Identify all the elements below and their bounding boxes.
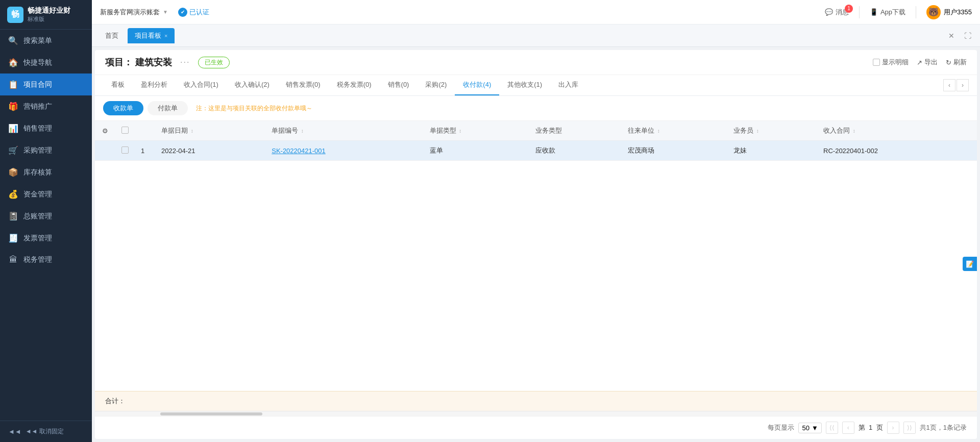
refresh-button[interactable]: ↻ 刷新	[946, 58, 967, 67]
logo-icon: 畅	[7, 7, 23, 23]
sidebar-item-quicknav[interactable]: 🏠 快捷导航	[0, 52, 92, 73]
sidebar-unpin[interactable]: ◄◄ ◄◄ 取消固定	[0, 421, 92, 442]
next-page-button[interactable]: ›	[887, 422, 899, 434]
th-code[interactable]: 单据编号 ↕	[265, 121, 423, 141]
project-icon: 📋	[8, 80, 18, 89]
app-label: App下载	[880, 8, 905, 17]
nav-tab-income-contract[interactable]: 收入合同(1)	[176, 75, 227, 95]
th-partner[interactable]: 往来单位 ↕	[622, 121, 727, 141]
home-tab-label: 首页	[105, 32, 118, 39]
page-total-info: 共1页，1条记录	[920, 423, 967, 432]
phone-icon: 📱	[870, 8, 878, 16]
show-detail-checkbox[interactable]: 显示明细	[873, 58, 909, 67]
first-page-button[interactable]: ⟨⟨	[826, 422, 838, 434]
refresh-icon: ↻	[946, 59, 951, 66]
sidebar-item-finance[interactable]: 💰 资金管理	[0, 183, 92, 205]
invoice-icon: 🧾	[8, 233, 18, 243]
sub-tab-note: 注：这里是与项目关联的全部收付款单哦～	[196, 104, 312, 113]
td-salesman: 龙妹	[727, 141, 817, 161]
page-size-select[interactable]: 50 ▼	[798, 423, 821, 433]
tax-icon: 🏛	[8, 255, 18, 264]
td-biz-type: 应收款	[529, 141, 622, 161]
project-prefix: 项目：	[105, 57, 133, 67]
message-button[interactable]: 💬 消息 1	[825, 8, 849, 17]
nav-tab-other-income[interactable]: 其他收支(1)	[499, 75, 550, 95]
nav-prev-button[interactable]: ‹	[943, 79, 955, 91]
project-more-button[interactable]: ···	[180, 58, 190, 67]
th-settings[interactable]: ⚙	[95, 121, 115, 141]
td-code[interactable]: SK-20220421-001	[265, 141, 423, 161]
sidebar-label-marketing: 营销推广	[23, 102, 52, 111]
prev-page-button[interactable]: ‹	[842, 422, 854, 434]
last-page-button[interactable]: ⟩⟩	[903, 422, 916, 434]
account-selector[interactable]: 新服务官网演示账套 ▼	[100, 8, 168, 17]
sidebar-label-project: 项目合同	[23, 80, 52, 89]
sidebar-item-ledger[interactable]: 📓 总账管理	[0, 205, 92, 227]
logo-sub: 标准版	[28, 15, 70, 23]
tab-home[interactable]: 首页	[98, 28, 126, 43]
user-avatar: 🐻	[926, 5, 941, 19]
account-name: 新服务官网演示账套	[100, 8, 160, 17]
th-checkbox[interactable]	[115, 121, 135, 141]
user-profile[interactable]: 🐻 用户3355	[926, 5, 972, 19]
record-link[interactable]: SK-20220421-001	[272, 147, 326, 155]
export-icon: ↗	[917, 59, 922, 66]
home-icon: 🏠	[8, 58, 18, 67]
nav-next-button[interactable]: ›	[957, 79, 969, 91]
user-label: 用户3355	[944, 8, 972, 17]
close-window-button[interactable]: ✕	[945, 30, 958, 42]
th-no	[135, 121, 155, 141]
sidebar-item-project[interactable]: 📋 项目合同	[0, 73, 92, 95]
row-checkbox[interactable]	[121, 146, 129, 154]
sidebar-item-invoice[interactable]: 🧾 发票管理	[0, 227, 92, 249]
table-row[interactable]: 1 2022-04-21 SK-20220421-001 蓝单 应收款	[95, 141, 977, 161]
settings-icon: ⚙	[102, 127, 108, 135]
sidebar-item-purchase[interactable]: 🛒 采购管理	[0, 139, 92, 161]
sub-tab-payment[interactable]: 付款单	[148, 101, 188, 115]
checkbox-box	[873, 59, 880, 66]
tab-project-board[interactable]: 项目看板 ×	[128, 28, 175, 43]
td-settings	[95, 141, 115, 161]
divider2	[916, 6, 916, 18]
th-date[interactable]: 单据日期 ↕	[155, 121, 265, 141]
tab-close-icon[interactable]: ×	[164, 33, 167, 39]
sub-tabs: 收款单 付款单 注：这里是与项目关联的全部收付款单哦～	[95, 96, 977, 121]
page-size-label: 每页显示	[768, 423, 794, 432]
nav-tab-sales-invoice[interactable]: 销售发票(0)	[278, 75, 329, 95]
cart-icon: 🛒	[8, 145, 18, 155]
certified-label: 已认证	[189, 8, 209, 17]
td-partner: 宏茂商场	[622, 141, 727, 161]
contract-sort-icon: ↕	[853, 128, 855, 134]
sidebar-item-sales[interactable]: 📊 销售管理	[0, 117, 92, 139]
export-button[interactable]: ↗ 导出	[917, 58, 938, 67]
th-type[interactable]: 单据类型 ↕	[424, 121, 529, 141]
nav-tab-tax-invoice[interactable]: 税务发票(0)	[329, 75, 380, 95]
horizontal-scrollbar[interactable]	[95, 411, 977, 416]
sidebar-item-tax[interactable]: 🏛 税务管理	[0, 249, 92, 271]
sidebar-item-inventory[interactable]: 📦 库存核算	[0, 161, 92, 183]
th-contract[interactable]: 收入合同 ↕	[817, 121, 977, 141]
records-table: ⚙ 单据日期 ↕ 单据编号 ↕	[95, 121, 977, 161]
sub-tab-collection[interactable]: 收款单	[103, 101, 143, 115]
th-salesman[interactable]: 业务员 ↕	[727, 121, 817, 141]
maximize-window-button[interactable]: ⛶	[962, 30, 974, 42]
scrollbar-thumb[interactable]	[160, 412, 262, 415]
side-note-button[interactable]: 📝	[963, 257, 977, 271]
app-download-button[interactable]: 📱 App下载	[870, 8, 905, 17]
td-checkbox[interactable]	[115, 141, 135, 161]
nav-tab-kanban[interactable]: 看板	[103, 75, 133, 95]
account-dropdown-icon: ▼	[163, 9, 168, 15]
sidebar-label-ledger: 总账管理	[23, 212, 52, 221]
td-no: 1	[135, 141, 155, 161]
nav-tab-purchase[interactable]: 采购(2)	[417, 75, 455, 95]
nav-tab-inout[interactable]: 出入库	[550, 75, 586, 95]
sidebar: 畅 畅捷通好业财 标准版 🔍 搜索菜单 🏠 快捷导航 📋 项目合同 🎁 营销推广…	[0, 0, 92, 442]
nav-tab-income-confirm[interactable]: 收入确认(2)	[227, 75, 278, 95]
nav-tab-sales[interactable]: 销售(0)	[380, 75, 418, 95]
nav-tab-profit[interactable]: 盈利分析	[133, 75, 176, 95]
sidebar-item-search[interactable]: 🔍 搜索菜单	[0, 30, 92, 52]
header-checkbox[interactable]	[121, 127, 129, 134]
sidebar-item-marketing[interactable]: 🎁 营销推广	[0, 95, 92, 117]
project-title-text: 建筑安装	[135, 57, 172, 67]
nav-tab-payment[interactable]: 收付款(4)	[455, 75, 499, 95]
